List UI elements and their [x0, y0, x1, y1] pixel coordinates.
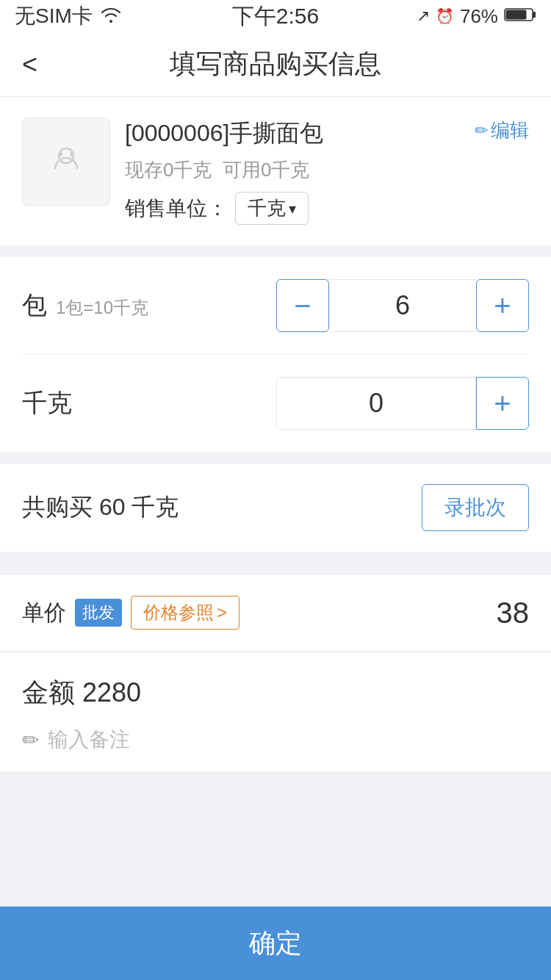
svg-point-4: [58, 152, 62, 156]
quantity-bag-row: 包 1包=10千克 − +: [22, 257, 529, 355]
product-info: [0000006]手撕面包 ✏ 编辑 现存0千克 可用0千克 销售单位： 千克 …: [125, 118, 529, 225]
product-unit-row: 销售单位： 千克 ▾: [125, 192, 529, 225]
battery-text: 76%: [460, 5, 498, 28]
svg-rect-1: [533, 12, 536, 18]
quantity-kg-row: 千克 +: [22, 355, 529, 452]
price-left: 单价 批发 价格参照 >: [22, 596, 240, 630]
status-left: 无SIM卡: [15, 2, 122, 30]
page-title: 填写商品购买信息: [170, 46, 381, 82]
confirm-button[interactable]: 确定: [0, 907, 551, 980]
status-time: 下午2:56: [232, 1, 319, 32]
product-name: [0000006]手撕面包: [125, 118, 323, 150]
price-value: 38: [497, 597, 530, 630]
status-right: ↗ ⏰ 76%: [417, 5, 536, 28]
bag-quantity-controls: − +: [276, 279, 529, 332]
location-icon: ↗: [417, 7, 430, 26]
quantity-section: 包 1包=10千克 − + 千克 +: [0, 257, 551, 452]
price-section: 单价 批发 价格参照 > 38: [0, 575, 551, 650]
kg-quantity-input[interactable]: [276, 377, 476, 430]
bag-minus-button[interactable]: −: [276, 279, 329, 332]
chevron-down-icon: ▾: [289, 200, 296, 217]
total-section: 共购买 60 千克 录批次: [0, 464, 551, 552]
kg-quantity-controls: +: [276, 377, 529, 430]
kg-plus-button[interactable]: +: [476, 377, 529, 430]
carrier-text: 无SIM卡: [15, 2, 93, 30]
bag-plus-button[interactable]: +: [476, 279, 529, 332]
total-text: 共购买 60 千克: [22, 491, 179, 524]
note-row[interactable]: ✏ 输入备注: [22, 726, 529, 754]
price-type-badge: 批发: [75, 599, 122, 627]
status-bar: 无SIM卡 下午2:56 ↗ ⏰ 76%: [0, 0, 551, 32]
separator: [0, 563, 551, 575]
svg-rect-2: [506, 10, 527, 19]
amount-section: 金额 2280 ✏ 输入备注: [0, 653, 551, 771]
wifi-icon: [100, 4, 122, 28]
note-placeholder: 输入备注: [48, 726, 130, 754]
alarm-icon: ⏰: [436, 7, 454, 25]
back-button[interactable]: <: [15, 42, 45, 87]
product-section: [0000006]手撕面包 ✏ 编辑 现存0千克 可用0千克 销售单位： 千克 …: [0, 97, 551, 245]
nav-bar: < 填写商品购买信息: [0, 32, 551, 97]
pencil-icon: ✏: [22, 728, 39, 752]
price-reference-button[interactable]: 价格参照 >: [131, 596, 240, 630]
unit-select[interactable]: 千克 ▾: [235, 192, 309, 225]
battery-icon: [504, 5, 536, 28]
bag-quantity-input[interactable]: [329, 279, 476, 332]
product-image: [22, 118, 110, 206]
svg-point-5: [70, 152, 74, 156]
edit-button[interactable]: ✏ 编辑: [475, 118, 529, 143]
kg-label: 千克: [22, 386, 72, 420]
batch-button[interactable]: 录批次: [422, 484, 529, 531]
product-stock: 现存0千克 可用0千克: [125, 157, 529, 183]
amount-row: 金额 2280: [22, 675, 529, 711]
bag-label: 包 1包=10千克: [22, 289, 148, 323]
